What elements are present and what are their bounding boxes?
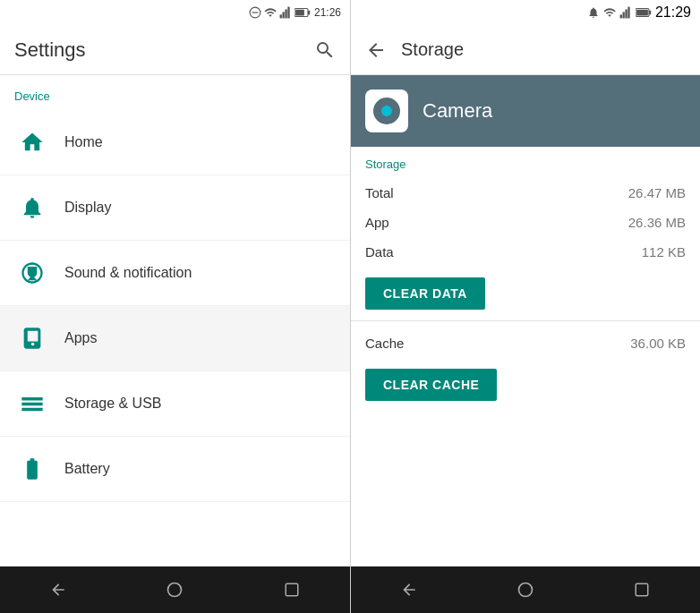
svg-rect-17 (636, 10, 648, 16)
nav-recent-left[interactable] (276, 574, 308, 606)
back-button[interactable] (365, 39, 387, 61)
nav-bar-left (0, 566, 350, 613)
camera-icon (371, 95, 403, 127)
apps-label: Apps (64, 330, 97, 346)
svg-rect-8 (295, 10, 304, 16)
storage-title: Storage (401, 39, 464, 60)
time-left: 21:26 (314, 6, 341, 19)
cache-label: Cache (365, 336, 404, 351)
sidebar-item-home[interactable]: Home (0, 110, 350, 175)
storage-content: Storage Total 26.47 MB App 26.36 MB Data… (351, 147, 700, 566)
toolbar-left: Settings (0, 25, 350, 75)
nav-home-left[interactable] (158, 574, 191, 606)
nav-back-left[interactable] (42, 574, 74, 606)
battery-icon (14, 451, 50, 487)
notification-icon (587, 6, 600, 19)
sidebar-item-display[interactable]: Display (0, 175, 350, 241)
status-bar-right: 21:29 (351, 0, 700, 25)
search-button[interactable] (314, 39, 336, 61)
battery-status-icon (295, 6, 311, 19)
data-label: Data (365, 244, 394, 260)
storage-usb-icon (14, 386, 50, 421)
svg-rect-2 (280, 14, 282, 18)
settings-title: Settings (14, 38, 86, 62)
display-icon (14, 190, 50, 226)
sidebar-item-battery[interactable]: Battery (0, 437, 350, 502)
sound-icon (14, 255, 50, 291)
total-label: Total (365, 185, 394, 200)
apps-icon (14, 320, 50, 356)
svg-rect-12 (622, 12, 624, 18)
svg-rect-5 (287, 7, 289, 19)
svg-point-20 (519, 583, 533, 597)
time-right: 21:29 (655, 4, 691, 21)
cache-value: 36.00 KB (630, 336, 686, 351)
svg-point-9 (168, 583, 182, 597)
storage-section-label: Storage (351, 147, 700, 178)
storage-label: Storage & USB (64, 396, 162, 412)
wifi-icon (264, 6, 277, 19)
status-bar-left: 21:26 (0, 0, 350, 25)
nav-bar-right (351, 566, 700, 613)
sidebar-item-sound[interactable]: Sound & notification (0, 241, 350, 306)
wifi-icon-right (603, 6, 616, 19)
svg-point-19 (383, 107, 390, 115)
sidebar-item-apps[interactable]: Apps (0, 306, 350, 371)
home-label: Home (64, 134, 103, 150)
storage-row-app: App 26.36 MB (351, 208, 700, 237)
right-panel: 21:29 Storage Camera Storage Total 26.47… (350, 0, 700, 613)
battery-label: Battery (64, 461, 110, 477)
cache-row: Cache 36.00 KB (351, 328, 700, 358)
sound-label: Sound & notification (64, 265, 192, 281)
clear-data-button[interactable]: CLEAR DATA (365, 277, 485, 310)
svg-rect-11 (620, 14, 622, 18)
device-section-header: Device (0, 75, 350, 110)
sidebar-item-storage[interactable]: Storage & USB (0, 371, 350, 437)
battery-status-icon-right (636, 6, 652, 19)
signal-icon (279, 6, 292, 19)
home-icon (14, 124, 50, 160)
nav-back-right[interactable] (393, 574, 425, 606)
toolbar-right: Storage (351, 25, 700, 75)
storage-row-total: Total 26.47 MB (351, 178, 700, 208)
back-icon (365, 39, 387, 61)
svg-rect-21 (636, 583, 648, 596)
cache-section: Cache 36.00 KB CLEAR CACHE (351, 321, 700, 412)
left-panel: 21:26 Settings Device Home (0, 0, 350, 613)
storage-row-data: Data 112 KB (351, 237, 700, 267)
svg-rect-14 (627, 7, 629, 19)
display-label: Display (64, 200, 111, 216)
app-label: App (365, 215, 389, 230)
nav-recent-right[interactable] (626, 574, 658, 606)
svg-rect-7 (308, 11, 310, 15)
signal-icon-right (619, 6, 632, 19)
settings-list: Device Home Display (0, 75, 350, 566)
svg-rect-10 (286, 583, 298, 596)
app-header: Camera (351, 75, 700, 147)
svg-rect-16 (649, 11, 651, 15)
data-value: 112 KB (642, 244, 686, 260)
svg-rect-4 (285, 10, 286, 19)
total-value: 26.47 MB (628, 185, 686, 200)
do-not-disturb-icon (249, 6, 261, 19)
search-icon (314, 39, 336, 61)
clear-cache-button[interactable]: CLEAR CACHE (365, 369, 497, 401)
svg-rect-13 (625, 10, 627, 19)
status-icons-left (249, 6, 311, 19)
camera-app-icon (365, 89, 408, 132)
app-value: 26.36 MB (628, 215, 686, 230)
svg-rect-3 (282, 12, 284, 18)
nav-home-right[interactable] (509, 574, 542, 606)
app-name: Camera (423, 99, 492, 123)
